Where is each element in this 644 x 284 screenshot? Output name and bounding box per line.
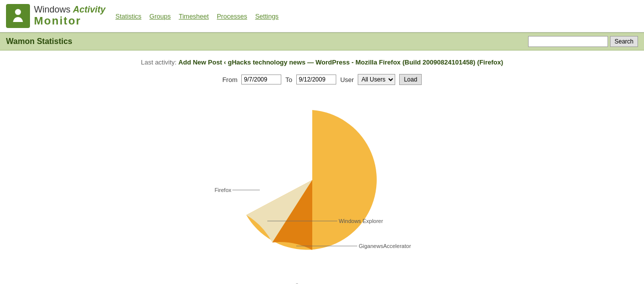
load-button[interactable]: Load <box>399 74 422 85</box>
last-activity-title: Add New Post ‹ gHacks technology news — … <box>178 58 475 66</box>
footer: © 2009 Archae s.r.o. <box>0 273 644 284</box>
windows-explorer-label: Windows Explorer <box>339 218 383 224</box>
firefox-label: Firefox <box>214 187 231 193</box>
to-date-input[interactable] <box>296 74 336 84</box>
giganews-label: GiganewsAccelerator <box>359 243 411 249</box>
search-input[interactable] <box>528 36 608 47</box>
search-button[interactable]: Search <box>610 36 638 47</box>
pie-chart: Firefox Windows Explorer GiganewsAcceler… <box>172 95 472 265</box>
logo: Windows Activity Monitor <box>6 4 105 28</box>
user-label: User <box>340 76 354 84</box>
last-activity: Last activity: Add New Post ‹ gHacks tec… <box>10 58 634 66</box>
from-date-input[interactable] <box>241 74 281 84</box>
nav: Statistics Groups Timesheet Processes Se… <box>115 12 279 20</box>
logo-text: Windows Activity Monitor <box>34 5 105 27</box>
logo-line2: Monitor <box>34 15 105 27</box>
nav-groups[interactable]: Groups <box>149 12 171 20</box>
search-area: Search <box>528 36 638 47</box>
to-label: To <box>285 76 292 84</box>
filter-row: From To User All Users Load <box>10 74 634 85</box>
stats-bar: Wamon Statistics Search <box>0 32 644 50</box>
last-activity-app: (Firefox) <box>477 58 503 66</box>
logo-line1: Windows Activity <box>34 5 105 15</box>
nav-processes[interactable]: Processes <box>217 12 247 20</box>
from-label: From <box>222 76 237 84</box>
svg-point-0 <box>15 9 21 15</box>
stats-title: Wamon Statistics <box>6 37 72 46</box>
main-content: Last activity: Add New Post ‹ gHacks tec… <box>0 50 644 273</box>
chart-container: Firefox Windows Explorer GiganewsAcceler… <box>172 95 472 265</box>
last-activity-prefix: Last activity: <box>141 58 178 66</box>
nav-statistics[interactable]: Statistics <box>115 12 141 20</box>
logo-icon <box>6 4 30 28</box>
header: Windows Activity Monitor Statistics Grou… <box>0 0 644 32</box>
user-select[interactable]: All Users <box>358 74 395 85</box>
nav-timesheet[interactable]: Timesheet <box>179 12 209 20</box>
nav-settings[interactable]: Settings <box>255 12 279 20</box>
